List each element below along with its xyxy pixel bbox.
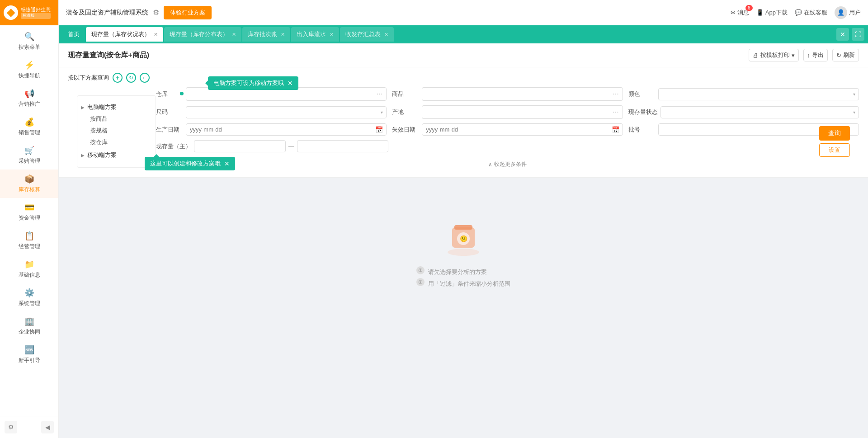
warehouse-dots[interactable]: ··· xyxy=(377,90,382,98)
sidebar-item-ops[interactable]: 📋 经营管理 xyxy=(0,226,58,255)
page-title: 现存量查询(按仓库+商品) xyxy=(68,51,149,60)
tab-inventory-dist[interactable]: 现存量（库存分布表） ✕ xyxy=(164,27,241,42)
scheme-list: ▶ 电脑端方案 按商品 按规格 按仓库 ▶ 移动端方案 xyxy=(81,99,152,164)
filter-field-product: 商品 ··· xyxy=(392,87,623,101)
sidebar-item-quick[interactable]: ⚡ 快捷导航 xyxy=(0,56,58,84)
chevron-icon: ▶ xyxy=(81,105,85,110)
enterprise-icon: 🏢 xyxy=(24,316,34,326)
tab-batch-account[interactable]: 库存批次账 ✕ xyxy=(242,27,290,42)
product-label: 商品 xyxy=(392,90,419,98)
filter-field-size: 尺码 ▾ xyxy=(156,106,387,118)
basic-icon: 📁 xyxy=(24,259,34,269)
message-icon: ✉ xyxy=(731,9,736,16)
guide-icon: 🆕 xyxy=(24,345,34,355)
search-icon: 🔍 xyxy=(24,32,34,42)
sidebar-item-system[interactable]: ⚙️ 系统管理 xyxy=(0,283,58,312)
scheme-group-pc-label: 电脑端方案 xyxy=(87,103,117,111)
size-select[interactable] xyxy=(186,106,387,118)
filter-row-3: 生产日期 📅 失效日期 📅 xyxy=(156,123,859,136)
trial-button[interactable]: 体验行业方案 xyxy=(164,6,212,19)
tab-home[interactable]: 首页 xyxy=(62,30,85,38)
stock-qty-min[interactable] xyxy=(194,140,286,152)
empty-illustration: 😕 xyxy=(441,214,486,259)
tab-close-icon[interactable]: ✕ xyxy=(232,32,236,38)
sidebar-item-search[interactable]: 🔍 搜索菜单 xyxy=(0,27,58,56)
filter-rows: 仓库 ··· 商品 ··· xyxy=(156,87,859,152)
user-menu[interactable]: 👤 用户 xyxy=(835,6,861,19)
filter-field-stock-status: 现存量状态 ▾ xyxy=(628,106,859,118)
sidebar-item-enterprise[interactable]: 🏢 企业协同 xyxy=(0,312,58,340)
prod-date-label: 生产日期 xyxy=(156,126,183,134)
collapse-sidebar-button[interactable]: ◀ xyxy=(41,421,54,433)
message-button[interactable]: ✉ 消息 6 xyxy=(731,9,749,17)
tab-close-icon[interactable]: ✕ xyxy=(281,32,285,38)
fullscreen-button[interactable]: ⛶ xyxy=(852,28,864,41)
system-icon: ⚙️ xyxy=(24,288,34,298)
tab-in-out-flow[interactable]: 出入库流水 ✕ xyxy=(291,27,339,42)
system-name: 装备及固定资产辅助管理系统 xyxy=(66,9,148,17)
settings-button[interactable]: ⚙ xyxy=(5,421,17,433)
online-service-button[interactable]: 💬 在线客服 xyxy=(795,9,827,17)
tooltip-pc-close[interactable]: ✕ xyxy=(288,80,293,87)
filter-area: 按以下方案查询 + ↻ ← 电脑方案可设为移动方案哦 ✕ xyxy=(59,67,868,178)
scheme-group-mobile: ▶ 移动端方案 xyxy=(81,149,152,161)
scheme-item-warehouse[interactable]: 按仓库 xyxy=(81,137,152,148)
size-label: 尺码 xyxy=(156,108,183,116)
empty-tips: ① 请先选择要分析的方案 ② 用「过滤」条件来缩小分析范围 xyxy=(416,266,510,290)
tooltip-edit: 这里可以创建和修改方案哦 ✕ xyxy=(145,157,235,170)
scheme-item-product[interactable]: 按商品 xyxy=(81,113,152,125)
marketing-icon: 📢 xyxy=(24,89,34,99)
prod-date-input[interactable] xyxy=(186,123,387,136)
tab-close-icon[interactable]: ✕ xyxy=(330,32,334,38)
tab-receive-summary[interactable]: 收发存汇总表 ✕ xyxy=(340,27,394,42)
filter-field-origin: 产地 ··· xyxy=(392,105,623,119)
expire-date-input[interactable] xyxy=(422,123,623,136)
gear-icon[interactable]: ⚙ xyxy=(153,8,159,17)
export-button[interactable]: ↑ 导出 xyxy=(803,49,828,61)
sidebar-item-basic[interactable]: 📁 基础信息 xyxy=(0,255,58,283)
purchase-icon: 🛒 xyxy=(24,146,34,155)
sidebar-item-sales[interactable]: 💰 销售管理 xyxy=(0,113,58,141)
stock-status-select[interactable] xyxy=(660,106,859,118)
sidebar-item-label: 新手引导 xyxy=(19,357,40,364)
scheme-group-mobile-header[interactable]: ▶ 移动端方案 xyxy=(81,149,152,161)
stock-qty-range: — xyxy=(194,140,388,152)
sidebar-item-purchase[interactable]: 🛒 采购管理 xyxy=(0,141,58,170)
calendar-icon[interactable]: 📅 xyxy=(375,126,383,133)
app-download-button[interactable]: 📱 App下载 xyxy=(756,9,788,17)
close-all-tabs-button[interactable]: ✕ xyxy=(836,28,849,41)
sidebar-item-finance[interactable]: 💳 资金管理 xyxy=(0,198,58,226)
sidebar-item-label: 库存核算 xyxy=(19,186,40,193)
sidebar-item-inventory[interactable]: 📦 库存核算 xyxy=(0,170,58,198)
tooltip-edit-close[interactable]: ✕ xyxy=(224,160,230,167)
chevron-up-icon: ∧ xyxy=(488,161,492,168)
collapse-button[interactable]: ∧ 收起更多条件 xyxy=(488,160,527,168)
arrow-scheme-button[interactable]: ← xyxy=(140,73,150,83)
add-scheme-button[interactable]: + xyxy=(113,73,123,83)
scheme-item-spec[interactable]: 按规格 xyxy=(81,125,152,137)
refresh-scheme-button[interactable]: ↻ xyxy=(126,73,136,83)
tab-close-icon[interactable]: ✕ xyxy=(384,32,388,38)
scheme-group-pc: ▶ 电脑端方案 按商品 按规格 按仓库 xyxy=(81,101,152,148)
scheme-group-pc-header[interactable]: ▶ 电脑端方案 xyxy=(81,101,152,113)
tab-inventory-status[interactable]: 现存量（库存状况表） ✕ xyxy=(86,27,163,42)
refresh-icon: ↻ xyxy=(836,52,841,59)
inventory-icon: 📦 xyxy=(24,174,34,184)
print-template-button[interactable]: 🖨 按模板打印 ▾ xyxy=(749,49,799,61)
batch-label: 批号 xyxy=(628,126,656,134)
product-dots[interactable]: ··· xyxy=(613,90,618,98)
filter-header: 按以下方案查询 + ↻ ← xyxy=(68,73,859,83)
stock-qty-max[interactable] xyxy=(297,140,389,152)
sidebar-item-label: 快捷导航 xyxy=(19,72,40,80)
tab-close-icon[interactable]: ✕ xyxy=(154,32,158,38)
reset-button[interactable]: 设置 xyxy=(819,143,850,157)
calendar-icon[interactable]: 📅 xyxy=(612,126,619,133)
sidebar-item-marketing[interactable]: 📢 营销推广 xyxy=(0,84,58,113)
refresh-button[interactable]: ↻ 刷新 xyxy=(832,49,859,61)
origin-dots[interactable]: ··· xyxy=(613,108,618,116)
color-select[interactable] xyxy=(658,88,859,100)
page-content: 现存量查询(按仓库+商品) 🖨 按模板打印 ▾ ↑ 导出 ↻ 刷新 xyxy=(59,43,868,438)
query-button[interactable]: 查询 xyxy=(819,126,850,141)
avatar: 👤 xyxy=(835,6,847,19)
sidebar-item-guide[interactable]: 🆕 新手引导 xyxy=(0,340,58,369)
